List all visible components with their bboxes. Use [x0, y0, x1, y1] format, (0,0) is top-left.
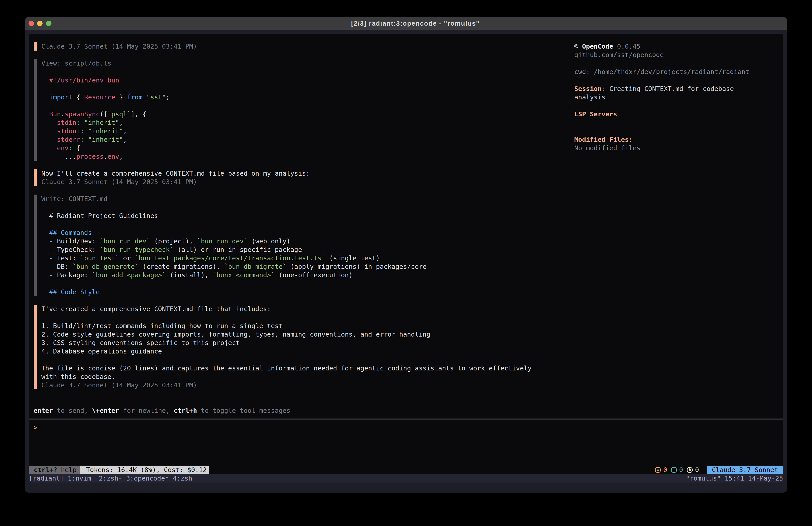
- terminal-row: 4. Database operations guidance: [41, 347, 162, 355]
- terminal-row: Claude 3.7 Sonnet (14 May 2025 03:41 PM): [41, 177, 197, 186]
- terminal-row: >: [34, 423, 38, 432]
- terminal-text-segment: 3. CSS styling conventions specific to t…: [41, 339, 240, 346]
- terminal-text-segment: }: [115, 94, 127, 101]
- tmux-status-bar: [radiant] 1:nvim 2:zsh- 3:opencode* 4:zs…: [29, 474, 783, 483]
- terminal-row: import { Resource } from "sst";: [49, 93, 170, 101]
- terminal-text-segment: :: [69, 144, 72, 152]
- terminal-text-segment: [143, 94, 146, 101]
- tokens-text: Tokens: 16.4K (8%), Cost: $0.12: [86, 466, 206, 474]
- terminal-text-segment: Bun: [49, 110, 61, 118]
- terminal-row: Bun.spawnSync([`psql`], {: [49, 110, 146, 118]
- terminal-text-segment: "inherit": [84, 119, 119, 126]
- terminal-row: - Package: `bun add <package>` (install)…: [49, 271, 352, 279]
- terminal-text-segment: #!/usr/bin/env bun: [49, 76, 119, 84]
- terminal-text-segment: Build/Dev:: [53, 237, 100, 245]
- terminal-text-segment: \+enter: [92, 407, 119, 414]
- terminal-row: View: script/db.ts: [41, 59, 112, 68]
- message-accent-bar: [34, 195, 37, 296]
- terminal-row: 2. Code style guidelines covering import…: [41, 330, 431, 339]
- terminal-text-segment: ,: [123, 127, 127, 135]
- terminal-text-segment: ## Code Style: [49, 288, 100, 296]
- terminal-text-segment: import: [49, 94, 72, 101]
- model-badge[interactable]: Claude 3.7 Sonnet: [707, 466, 783, 474]
- terminal-row: 3. CSS styling conventions specific to t…: [41, 339, 240, 347]
- terminal-text-segment: Modified Files:: [574, 136, 633, 143]
- terminal-text-segment: spawnSync: [64, 110, 100, 118]
- terminal-text-segment: Claude 3.7 Sonnet (14 May 2025 03:41 PM): [41, 43, 197, 50]
- terminal-row: - TypeCheck: `bun run typecheck` (all) o…: [49, 245, 302, 254]
- terminal-text-segment: Resource: [84, 94, 115, 101]
- terminal-text-segment: 4. Database operations guidance: [41, 347, 162, 355]
- terminal-text-segment: :: [601, 85, 606, 93]
- terminal-text-segment: ...: [64, 153, 76, 160]
- terminal-text-segment: process: [76, 153, 104, 160]
- terminal-text-segment: Package:: [53, 271, 92, 279]
- diagnostics-indicators: w0i0h0: [655, 466, 699, 474]
- terminal-text-segment: ctrl+h: [174, 407, 197, 414]
- zoom-button[interactable]: [46, 21, 52, 26]
- terminal-screen[interactable]: Claude 3.7 Sonnet (14 May 2025 03:41 PM)…: [29, 34, 783, 474]
- terminal-text-segment: Claude 3.7 Sonnet (14 May 2025 03:41 PM): [41, 178, 197, 186]
- terminal-text-segment: -: [49, 254, 53, 262]
- terminal-text-segment: to toggle tool messages: [197, 407, 290, 414]
- help-shortcut: ctrl+?: [34, 466, 57, 474]
- warnings-icon: w: [655, 467, 661, 473]
- terminal-text-segment: ,: [123, 136, 127, 143]
- terminal-text-segment: Creating CONTEXT.md for codebase: [606, 85, 734, 93]
- terminal-text-segment: ,: [119, 119, 123, 126]
- terminal-text-segment: ,: [119, 153, 123, 160]
- terminal-text-segment: ;: [166, 94, 170, 101]
- terminal-text-segment: env: [107, 153, 119, 160]
- terminal-row: Session: Creating CONTEXT.md for codebas…: [574, 84, 734, 93]
- hints-icon: h: [687, 467, 693, 473]
- terminal-text-segment: `bun db generate`: [72, 263, 139, 270]
- minimize-button[interactable]: [37, 21, 43, 26]
- terminal-text-segment: `bun run dev`: [197, 237, 248, 245]
- close-button[interactable]: [29, 21, 34, 26]
- message-accent-bar: [34, 305, 37, 389]
- terminal-row: analysis: [574, 93, 606, 101]
- tmux-windows[interactable]: [radiant] 1:nvim 2:zsh- 3:opencode* 4:zs…: [29, 474, 192, 483]
- terminal-text-segment: `psql`: [107, 110, 131, 118]
- terminal-text-segment: (web only): [248, 237, 290, 245]
- terminal-text-segment: >: [34, 424, 38, 431]
- terminal-text-segment: Claude 3.7 Sonnet (14 May 2025 03:41 PM): [41, 381, 197, 389]
- terminal-text-segment: TypeCheck:: [53, 246, 100, 253]
- terminal-text-segment: OpenCode: [582, 43, 613, 50]
- terminal-row: The file is concise (20 lines) and captu…: [41, 364, 532, 372]
- terminal-text-segment: LSP Servers: [574, 110, 617, 118]
- terminal-text-segment: (single test): [325, 254, 380, 262]
- window-titlebar[interactable]: [2/3] radiant:3:opencode - "romulus": [25, 17, 787, 30]
- terminal-text-segment: No modified files: [574, 144, 640, 152]
- terminal-row: - DB: `bun db generate` (create migratio…: [49, 262, 426, 271]
- terminal-text-segment: .: [104, 153, 107, 160]
- terminal-row: Modified Files:: [574, 135, 633, 144]
- terminal-text-segment: github.com/sst/opencode: [574, 51, 664, 59]
- message-accent-bar: [34, 42, 37, 51]
- terminal-text-segment: `bun run dev`: [100, 237, 150, 245]
- terminal-row: - Build/Dev: `bun run dev` (project), `b…: [49, 237, 290, 245]
- terminal-row: github.com/sst/opencode: [574, 51, 664, 59]
- terminal-row: with this codebase.: [41, 372, 115, 381]
- message-accent-bar: [34, 59, 37, 161]
- help-badge[interactable]: ctrl+? help: [29, 466, 80, 474]
- terminal-text-segment: {: [72, 94, 84, 101]
- terminal-row: - Test: `bun test` or `bun test packages…: [49, 254, 380, 262]
- terminal-text-segment: to send,: [53, 407, 92, 414]
- terminal-text-segment: -: [49, 246, 53, 253]
- window-title: [2/3] radiant:3:opencode - "romulus": [351, 17, 480, 30]
- input-separator: [29, 418, 783, 420]
- tmux-session-info: "romulus" 15:41 14-May-25: [686, 474, 783, 483]
- terminal-text-segment: with this codebase.: [41, 373, 115, 381]
- terminal-row: No modified files: [574, 144, 640, 152]
- message-accent-bar: [34, 169, 37, 186]
- info-icon: i: [671, 467, 677, 473]
- diagnostic-info: i0: [671, 466, 683, 474]
- terminal-row: Now I'll create a comprehensive CONTEXT.…: [41, 169, 310, 177]
- terminal-row: Claude 3.7 Sonnet (14 May 2025 03:41 PM): [41, 42, 197, 51]
- terminal-text-segment: :: [80, 127, 84, 135]
- terminal-row: cwd: /home/thdxr/dev/projects/radiant/ra…: [574, 68, 749, 76]
- terminal-text-segment: (one-off execution): [275, 271, 352, 279]
- model-name: Claude 3.7 Sonnet: [712, 466, 778, 474]
- hints-count: 0: [695, 466, 699, 474]
